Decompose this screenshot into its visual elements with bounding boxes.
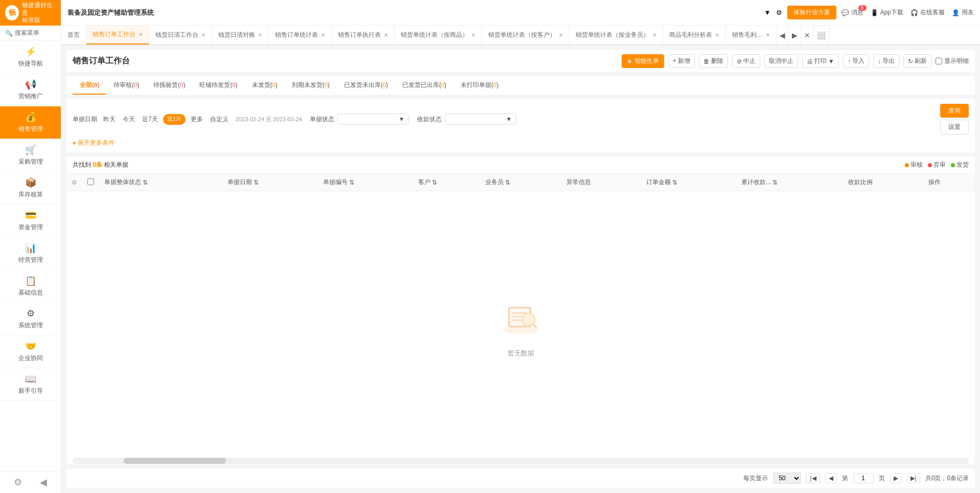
sidebar-item-basic-info[interactable]: 📋 基础信息 — [0, 270, 61, 303]
tab-close-sales-product[interactable]: ✕ — [471, 32, 475, 38]
page-input[interactable] — [853, 473, 874, 483]
filter-tab-pending-check[interactable]: 待拣验货(0) — [146, 76, 192, 95]
tab-sales-stat[interactable]: 销售订单统计表 ✕ — [269, 26, 332, 44]
filter-tab-shipped-not-out[interactable]: 已发货未出库(0) — [337, 76, 395, 95]
sidebar-item-sales[interactable]: 💰 销售管理 — [0, 106, 61, 139]
import-button[interactable]: ↑ 导入 — [843, 54, 869, 68]
tab-close-sales-workbench[interactable]: ✕ — [139, 32, 143, 37]
th-date-sort[interactable]: 单据日期 ⇅ — [227, 178, 312, 187]
tab-prev-btn[interactable]: ◀ — [777, 26, 789, 44]
tab-sales-staff[interactable]: 销货单统计表（按业务员） ✕ — [569, 26, 663, 44]
sidebar-item-guide[interactable]: 📖 新手引导 — [0, 368, 61, 401]
status-select[interactable]: ▼ — [337, 114, 409, 125]
th-amount-sort[interactable]: 订单金额 ⇅ — [646, 178, 731, 187]
expand-more-btn[interactable]: ▾ 展开更多条件 — [73, 139, 115, 147]
query-button[interactable]: 查询 — [940, 104, 969, 118]
tab-close-cash-reconcile[interactable]: ✕ — [258, 32, 262, 38]
filter-tab-all[interactable]: 全部(0) — [73, 76, 106, 95]
dropdown-icon[interactable]: ▼ — [764, 9, 771, 16]
ship-btn[interactable]: 发货 — [951, 161, 969, 169]
anti-audit-btn[interactable]: 弃审 — [928, 161, 946, 169]
date-option-more[interactable]: 更多 — [189, 114, 205, 125]
th-staff-sort[interactable]: 业务员 ⇅ — [485, 178, 556, 187]
select-all-checkbox[interactable] — [87, 178, 94, 185]
search-icon: 🔍 — [5, 30, 13, 37]
tab-maximize-btn[interactable]: ⬜ — [814, 26, 829, 44]
filter-tab-not-printed[interactable]: 未打印单据(0) — [453, 76, 506, 95]
user-item[interactable]: 👤 用友 — [952, 8, 974, 17]
online-service-item[interactable]: 🎧 在线客服 — [910, 8, 945, 17]
settings-icon[interactable]: ⚙ — [14, 477, 22, 488]
tab-next-btn[interactable]: ▶ — [789, 26, 801, 44]
delete-button[interactable]: 🗑 删除 — [699, 54, 728, 68]
per-page-select[interactable]: 50 20 100 — [773, 473, 801, 484]
tab-sales-exec[interactable]: 销售订单执行表 ✕ — [332, 26, 395, 44]
tab-sales-product[interactable]: 销货单统计表（按商品） ✕ — [395, 26, 482, 44]
print-button[interactable]: 🖨 打印 ▼ — [802, 54, 839, 68]
sidebar-item-operations[interactable]: 📊 经营管理 — [0, 237, 61, 270]
setting-button[interactable]: 设置 — [940, 120, 969, 135]
smart-create-button[interactable]: ★ 智能生单 — [622, 54, 664, 68]
tab-close-all-btn[interactable]: ✕ — [801, 26, 814, 44]
th-customer-sort[interactable]: 客户 ⇅ — [418, 178, 475, 187]
search-menu[interactable]: 🔍 搜索菜单 — [0, 26, 61, 41]
date-filter: 单据日期 昨天 今天 近7天 近1月 更多 自定义 2023-02-24 至 2… — [73, 114, 302, 125]
tab-close-sales-margin[interactable]: ✕ — [715, 32, 719, 38]
sidebar-item-marketing[interactable]: 📢 营销推广 — [0, 74, 61, 106]
tab-close-sales-exec[interactable]: ✕ — [384, 32, 388, 38]
cancel-stop-button[interactable]: 取消中止 — [764, 54, 798, 68]
message-item[interactable]: 💬 💬 6 消息 — [841, 8, 863, 17]
first-page-btn[interactable]: |◀ — [806, 473, 819, 483]
filter-tab-shipped-out[interactable]: 已发货已出库(0) — [395, 76, 453, 95]
audit-btn[interactable]: 审核 — [905, 161, 923, 169]
settings-gear-icon[interactable]: ⚙ — [776, 9, 782, 16]
sidebar-item-enterprise[interactable]: 🤝 企业协同 — [0, 335, 61, 368]
sidebar-item-finance[interactable]: 💳 资金管理 — [0, 205, 61, 237]
sidebar-item-purchase[interactable]: 🛒 采购管理 — [0, 139, 61, 172]
th-ratio: 收款比例 — [843, 174, 923, 191]
th-number-sort[interactable]: 单据编号 ⇅ — [323, 178, 408, 187]
filter-tab-overdue-ship[interactable]: 到期未发货(0) — [285, 76, 337, 95]
sidebar-item-inventory[interactable]: 📦 库存核算 — [0, 172, 61, 205]
tab-cash-daily[interactable]: 钱货日清工作台 ✕ — [149, 26, 212, 44]
last-page-btn[interactable]: ▶| — [907, 473, 920, 483]
scrollbar-thumb[interactable] — [124, 458, 226, 464]
date-option-7days[interactable]: 近7天 — [140, 114, 160, 125]
app-download-item[interactable]: 📱 App下载 — [871, 8, 903, 17]
export-button[interactable]: ↓ 导出 — [873, 54, 899, 68]
add-button[interactable]: + 新增 — [668, 54, 695, 68]
payment-select[interactable]: ▼ — [445, 114, 516, 125]
th-status-sort[interactable]: 单据整体状态 ⇅ — [104, 178, 217, 187]
experience-button[interactable]: 体验行业方案 — [787, 6, 836, 19]
filter-tab-not-shipped[interactable]: 未发货(0) — [245, 76, 285, 95]
tab-close-sales-more[interactable]: ✕ — [766, 32, 770, 38]
tab-cash-reconcile[interactable]: 钱货日清对账 ✕ — [212, 26, 269, 44]
prev-page-btn[interactable]: ◀ — [825, 473, 837, 483]
tab-close-sales-customer[interactable]: ✕ — [559, 32, 563, 38]
date-option-yesterday[interactable]: 昨天 — [101, 114, 118, 125]
filter-tab-pending-review[interactable]: 待审核(0) — [106, 76, 146, 95]
th-gear[interactable]: ⚙ — [66, 174, 82, 191]
refresh-button[interactable]: ↻ 刷新 — [903, 54, 931, 68]
date-option-today[interactable]: 今天 — [121, 114, 137, 125]
sidebar-item-quick-nav[interactable]: ⚡ 快捷导航 — [0, 41, 61, 74]
date-option-custom[interactable]: 自定义 — [208, 114, 231, 125]
stop-button[interactable]: ⊘ 中止 — [732, 54, 760, 68]
tab-sales-workbench[interactable]: 销售订单工作台 ✕ — [86, 26, 149, 44]
tab-home[interactable]: 首页 — [61, 26, 86, 44]
next-page-btn[interactable]: ▶ — [890, 473, 902, 483]
collapse-icon[interactable]: ◀ — [40, 477, 47, 488]
tab-sales-margin[interactable]: 商品毛利分析表 ✕ — [663, 26, 726, 44]
date-option-1month[interactable]: 近1月 — [163, 114, 186, 125]
tab-close-sales-staff[interactable]: ✕ — [652, 32, 656, 38]
tab-close-sales-stat[interactable]: ✕ — [321, 32, 325, 38]
tab-close-cash-daily[interactable]: ✕ — [201, 32, 206, 38]
detail-toggle-checkbox[interactable] — [936, 58, 942, 64]
tab-sales-more[interactable]: 销售毛利… ✕ — [726, 26, 777, 44]
sidebar-item-system[interactable]: ⚙ 系统管理 — [0, 303, 61, 335]
horizontal-scrollbar[interactable] — [73, 458, 969, 464]
tab-sales-customer[interactable]: 销货单统计表（按客户） ✕ — [482, 26, 569, 44]
th-checkbox[interactable] — [82, 174, 99, 191]
th-collected-sort[interactable]: 累计收款... ⇅ — [741, 178, 838, 187]
filter-tab-wangpu-ship[interactable]: 旺铺待发货(0) — [192, 76, 244, 95]
